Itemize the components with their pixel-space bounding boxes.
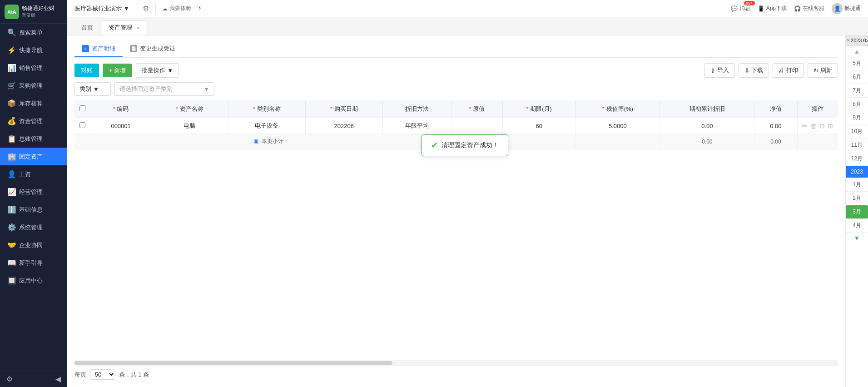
rp-up-arrow[interactable]: ▲: [852, 46, 862, 57]
fixed-assets-icon: 🏢: [7, 152, 15, 161]
th-depreciation: 折旧方法: [382, 100, 451, 118]
sidebar-item-fixed-assets[interactable]: 🏢 固定资产: [0, 148, 67, 165]
sidebar-item-inventory[interactable]: 📦 库存核算: [0, 94, 67, 112]
rp-month-10[interactable]: 10月: [846, 125, 868, 139]
download-button[interactable]: ⇩ 下载: [739, 63, 769, 78]
tab-home[interactable]: 首页: [74, 20, 100, 35]
row-actions: ✏ 🗑 ⊡ ⊞: [797, 118, 838, 134]
rp-month-11[interactable]: 11月: [846, 139, 868, 152]
sub-tabs: ≡ 资产明细 📄 变更生成凭证: [74, 41, 838, 58]
import-button[interactable]: ⇧ 导入: [704, 63, 735, 78]
rp-year-2023[interactable]: 2023: [846, 166, 868, 178]
sidebar-item-payroll[interactable]: 👤 工资: [0, 165, 67, 183]
rp-month-2[interactable]: 2月: [846, 192, 868, 205]
sub-tab-asset-detail[interactable]: ≡ 资产明细: [74, 41, 123, 57]
logo-sub: 普及版: [22, 12, 55, 18]
sidebar-item-enterprise[interactable]: 🤝 企业协同: [0, 236, 67, 254]
th-checkbox[interactable]: [74, 100, 91, 118]
reconcile-button[interactable]: 对账: [74, 64, 99, 77]
copy-icon[interactable]: ⊡: [819, 122, 825, 129]
th-original-value: 原值: [451, 100, 502, 118]
messages-btn[interactable]: 💬 消息 99+: [731, 5, 750, 12]
search-icon: 🔍: [7, 28, 15, 37]
sidebar-item-sales[interactable]: 📊 销售管理: [0, 59, 67, 77]
main-area: 医疗器械行业演示 ▼ ⚙ ☁ 我要体验一下 💬 消息 99+ 📱 App下载 🎧…: [67, 0, 868, 387]
select-all-checkbox[interactable]: [79, 105, 85, 111]
rp-month-7[interactable]: 7月: [846, 84, 868, 98]
delete-icon[interactable]: 🗑: [810, 122, 817, 129]
feedback-btn[interactable]: ☁ 我要体验一下: [162, 5, 202, 12]
batch-ops-button[interactable]: 批量操作 ▼: [136, 63, 179, 78]
username-label: 畅捷通: [844, 5, 861, 12]
sidebar-item-purchase[interactable]: 🛒 采购管理: [0, 77, 67, 94]
topbar: 医疗器械行业演示 ▼ ⚙ ☁ 我要体验一下 💬 消息 99+ 📱 App下载 🎧…: [67, 0, 868, 17]
tab-close-icon[interactable]: ×: [137, 25, 139, 30]
sidebar-item-system[interactable]: ⚙️ 系统管理: [0, 218, 67, 236]
category-label: 类别: [79, 85, 91, 93]
rp-month-12[interactable]: 12月: [846, 152, 868, 166]
operations-icon: 📈: [7, 188, 15, 196]
sidebar-item-quicknav[interactable]: ⚡ 快捷导航: [0, 41, 67, 59]
quicknav-icon: ⚡: [7, 46, 15, 55]
sidebar-item-ledger[interactable]: 📋 总账管理: [0, 130, 67, 148]
sub-tab-voucher-label: 变更生成凭证: [140, 45, 175, 53]
enterprise-icon: 🤝: [7, 241, 15, 249]
collapse-icon[interactable]: ◀: [55, 375, 61, 383]
sidebar-item-funds[interactable]: 💰 资金管理: [0, 112, 67, 130]
print-label: 打印: [786, 66, 798, 74]
messages-label: 消息: [739, 5, 750, 12]
category-filter[interactable]: 类别 ▼: [74, 82, 111, 96]
online-support-icon: 🎧: [794, 5, 801, 12]
sidebar-item-label: 资金管理: [19, 117, 43, 125]
h-scroll-thumb[interactable]: [74, 361, 392, 365]
user-menu[interactable]: 👤 畅捷通: [832, 3, 861, 14]
row-period: 60: [502, 118, 575, 134]
settings-icon[interactable]: ⚙: [6, 375, 13, 383]
rp-month-1[interactable]: 1月: [846, 178, 868, 192]
rp-close-icon[interactable]: ×: [847, 37, 850, 44]
h-scrollbar[interactable]: [74, 360, 838, 365]
th-buy-date: 购买日期: [305, 100, 382, 118]
company-selector[interactable]: 医疗器械行业演示 ▼: [74, 5, 129, 13]
rp-down-arrow[interactable]: ▼: [852, 233, 862, 243]
sub-tab-voucher[interactable]: 📄 变更生成凭证: [123, 41, 183, 57]
rp-month-3-current[interactable]: 3月: [846, 205, 868, 219]
sidebar-item-search[interactable]: 🔍 搜索菜单: [0, 24, 67, 41]
sidebar-item-basic-info[interactable]: ℹ️ 基础信息: [0, 201, 67, 218]
edit-icon[interactable]: ✏: [802, 122, 808, 129]
row-checkbox[interactable]: [74, 118, 91, 134]
logo-title: 畅捷通好业财: [22, 5, 55, 12]
rp-month-4[interactable]: 4月: [846, 219, 868, 233]
add-button[interactable]: + 新增: [103, 64, 132, 77]
topbar-settings-icon[interactable]: ⚙: [143, 4, 149, 13]
rp-month-5[interactable]: 5月: [846, 57, 868, 70]
print-button[interactable]: 🖨 打印: [773, 63, 804, 78]
th-period: 期限(月): [502, 100, 575, 118]
rp-month-9[interactable]: 9月: [846, 111, 868, 125]
filter-dropdown-arrow: ▼: [203, 86, 209, 93]
topbar-divider: [136, 5, 136, 13]
row-select-checkbox[interactable]: [79, 122, 85, 128]
refresh-button[interactable]: ↻ 刷新: [808, 63, 838, 78]
rp-month-8[interactable]: 8月: [846, 98, 868, 111]
import-icon: ⇧: [710, 67, 715, 74]
inventory-icon: 📦: [7, 99, 15, 108]
th-residual-rate: 残值率(%): [575, 100, 660, 118]
purchase-icon: 🛒: [7, 81, 15, 90]
table-row: 000001 电脑 电子设备 202206 年限平均 60 5.0000 0.0…: [74, 118, 838, 134]
category-input[interactable]: 请选择固定资产类别 ▼: [114, 82, 214, 96]
app-download-btn[interactable]: 📱 App下载: [758, 5, 787, 12]
sidebar-item-guide[interactable]: 📖 新手引导: [0, 254, 67, 272]
messages-badge: 99+: [744, 1, 754, 5]
logo-icon: AtA: [5, 5, 19, 19]
sidebar-item-appstore[interactable]: 🔲 应用中心: [0, 272, 67, 289]
per-page-select[interactable]: 50 100 200: [90, 369, 115, 380]
sidebar-item-operations[interactable]: 📈 经营管理: [0, 183, 67, 201]
import-label: 导入: [717, 66, 729, 74]
subtotal-net: 0.00: [754, 134, 797, 149]
tab-asset-management[interactable]: 资产管理 ×: [102, 20, 146, 35]
more-icon[interactable]: ⊞: [828, 122, 833, 129]
rp-month-6[interactable]: 6月: [846, 70, 868, 84]
voucher-icon: 📄: [130, 45, 137, 52]
online-support-btn[interactable]: 🎧 在线客服: [794, 5, 824, 12]
